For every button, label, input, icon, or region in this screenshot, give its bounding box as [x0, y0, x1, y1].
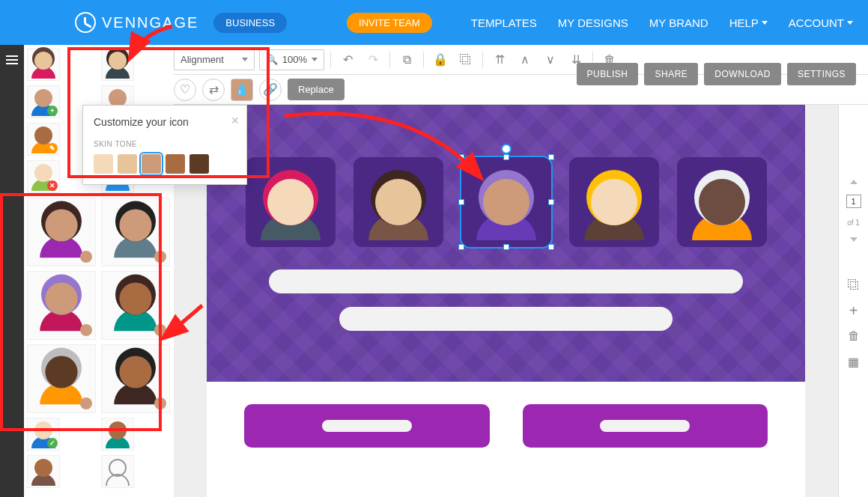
- settings-button[interactable]: SETTINGS: [787, 63, 856, 85]
- nav-mybrand[interactable]: MY BRAND: [649, 16, 708, 29]
- chevron-down-icon: [762, 21, 768, 25]
- library-icon[interactable]: +: [27, 85, 60, 118]
- add-page-button[interactable]: +: [846, 303, 861, 318]
- swap-icon: ⇄: [209, 82, 219, 97]
- skin-color-swatch[interactable]: 💧: [231, 79, 253, 101]
- sidebar-strip: [0, 45, 24, 497]
- chevron-down-icon: [312, 58, 318, 61]
- button-row: [207, 382, 805, 448]
- library-icon[interactable]: [101, 455, 134, 488]
- page-navigator: 1 of 1 ⿻ + 🗑 ▦: [838, 105, 868, 497]
- invite-team-button[interactable]: INVITE TEAM: [347, 13, 431, 33]
- copy-page-button[interactable]: ⿻: [846, 278, 861, 293]
- library-icon[interactable]: [27, 271, 96, 340]
- hero-section: [207, 105, 805, 382]
- title-placeholder[interactable]: [269, 269, 743, 293]
- zoom-dropdown[interactable]: 🔍100%: [259, 49, 324, 70]
- hamburger-icon[interactable]: [6, 55, 18, 64]
- customize-icon-popover: × Customize your icon SKIN TONE: [82, 105, 247, 185]
- nav-account[interactable]: ACCOUNT: [789, 16, 853, 29]
- subtitle-placeholder[interactable]: [339, 307, 673, 331]
- lock-button[interactable]: 🔒: [430, 49, 451, 70]
- nav-links: TEMPLATES MY DESIGNS MY BRAND HELP ACCOU…: [471, 16, 853, 29]
- avatar-card[interactable]: [246, 157, 336, 247]
- cta-button-2[interactable]: [523, 404, 768, 448]
- clock-icon: [75, 12, 96, 33]
- top-nav: VENNGAGE BUSINESS INVITE TEAM TEMPLATES …: [0, 0, 868, 45]
- library-icon[interactable]: [101, 48, 134, 81]
- bring-front-button[interactable]: ⇈: [489, 49, 510, 70]
- prev-page-button[interactable]: [850, 180, 858, 184]
- nav-help[interactable]: HELP: [729, 16, 768, 29]
- library-icon[interactable]: [27, 198, 96, 266]
- avatar-card[interactable]: [461, 157, 551, 247]
- page-number[interactable]: 1: [846, 195, 861, 208]
- library-icon[interactable]: [101, 271, 170, 340]
- download-button[interactable]: DOWNLOAD: [704, 63, 781, 85]
- alignment-dropdown[interactable]: Alignment: [174, 49, 255, 70]
- favorite-button[interactable]: ♡: [174, 79, 196, 101]
- link-button[interactable]: 🔗: [259, 79, 282, 101]
- brand-name: VENNGAGE: [102, 14, 198, 31]
- chevron-down-icon: [847, 21, 853, 25]
- avatar-row: [237, 157, 775, 247]
- library-icon[interactable]: [27, 48, 60, 81]
- undo-button[interactable]: ↶: [337, 49, 358, 70]
- nav-templates[interactable]: TEMPLATES: [471, 16, 537, 29]
- skin-tone-swatch[interactable]: [142, 154, 161, 174]
- link-icon: 🔗: [263, 82, 278, 97]
- group-button[interactable]: ⧉: [396, 49, 417, 70]
- copy-button[interactable]: ⿻: [455, 49, 476, 70]
- bring-forward-button[interactable]: ∧: [515, 49, 535, 70]
- close-button[interactable]: ×: [231, 113, 239, 129]
- avatar-card[interactable]: [353, 157, 443, 247]
- skin-tone-swatch[interactable]: [118, 154, 137, 174]
- library-icon[interactable]: [101, 344, 170, 413]
- next-page-button[interactable]: [850, 237, 858, 242]
- nav-mydesigns[interactable]: MY DESIGNS: [558, 16, 628, 29]
- avatar-card[interactable]: [569, 157, 659, 247]
- library-icon[interactable]: [101, 198, 170, 266]
- droplet-icon: 💧: [231, 79, 252, 100]
- replace-button[interactable]: Replace: [288, 79, 345, 100]
- avatar-card[interactable]: [677, 157, 767, 247]
- page-total: of 1: [847, 219, 860, 227]
- delete-page-button[interactable]: 🗑: [846, 329, 861, 344]
- share-button[interactable]: SHARE: [644, 63, 698, 85]
- skin-tone-label: SKIN TONE: [94, 140, 236, 148]
- send-backward-button[interactable]: ∨: [540, 49, 561, 70]
- library-icon[interactable]: [101, 418, 134, 451]
- skin-tone-swatch[interactable]: [94, 154, 113, 174]
- canvas-viewport[interactable]: [174, 105, 838, 497]
- skin-tone-swatches: [94, 154, 236, 174]
- redo-button[interactable]: ↷: [362, 49, 383, 70]
- skin-tone-swatch[interactable]: [189, 154, 209, 174]
- design-canvas[interactable]: [207, 105, 805, 497]
- action-buttons: PUBLISH SHARE DOWNLOAD SETTINGS: [577, 63, 856, 85]
- library-icon[interactable]: ✓: [27, 418, 60, 451]
- heart-icon: ♡: [180, 82, 190, 97]
- cta-button-1[interactable]: [244, 404, 490, 448]
- library-icon[interactable]: [27, 455, 60, 488]
- popover-title: Customize your icon: [94, 116, 236, 128]
- business-pill[interactable]: BUSINESS: [213, 13, 287, 33]
- skin-tone-swatch[interactable]: [166, 154, 185, 174]
- logo[interactable]: VENNGAGE: [75, 12, 198, 33]
- publish-button[interactable]: PUBLISH: [577, 63, 639, 85]
- grid-view-button[interactable]: ▦: [846, 354, 861, 369]
- chevron-down-icon: [242, 58, 248, 61]
- search-icon: 🔍: [266, 54, 278, 65]
- library-icon[interactable]: [27, 344, 96, 413]
- swap-button[interactable]: ⇄: [202, 79, 225, 101]
- library-icon[interactable]: ✎: [27, 123, 60, 156]
- library-icon[interactable]: ✕: [27, 160, 60, 193]
